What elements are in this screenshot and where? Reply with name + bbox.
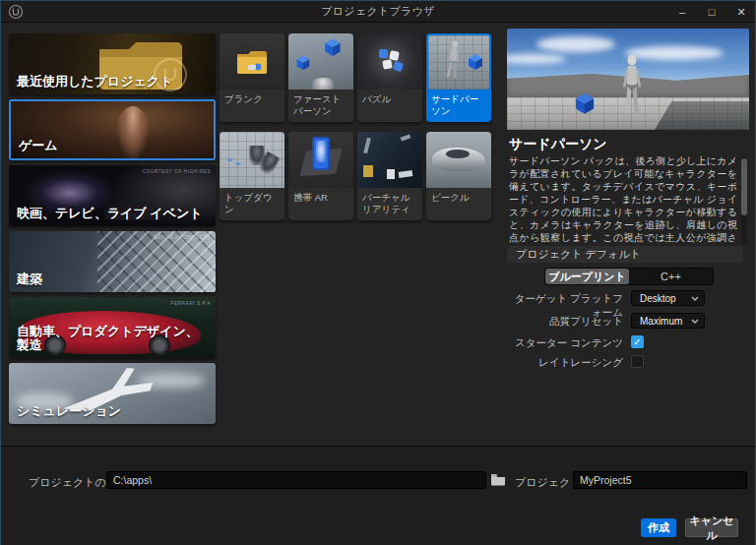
template-label: ファーストパーソン: [288, 90, 353, 116]
panel-shape: [401, 134, 411, 141]
handheld-ar-thumbnail: [288, 132, 353, 188]
description-scrollbar[interactable]: [741, 156, 747, 243]
sidebar-item-simulation[interactable]: シミュレーション: [9, 363, 216, 424]
starter-content-label: スターター コンテンツ: [507, 336, 623, 350]
starter-content-checkbox[interactable]: ✓: [631, 335, 644, 348]
raytracing-row: レイトレーシング: [507, 354, 749, 371]
chevron-down-icon: [691, 319, 699, 324]
controller-shape: [399, 170, 413, 178]
sidebar-item-recent-projects[interactable]: 最近使用したプロジェクト: [9, 33, 216, 94]
template-label: ブランク: [220, 90, 284, 105]
close-icon[interactable]: ✕: [733, 4, 749, 20]
template-label: 携帯 AR: [288, 188, 353, 204]
implementation-toggle: ブループリント C++: [544, 268, 714, 285]
project-defaults-header: プロジェクト デフォルト: [507, 246, 743, 263]
quality-preset-row: 品質プリセット Maximum: [507, 313, 749, 330]
maximize-icon[interactable]: □: [704, 4, 720, 20]
blue-phone-shape: [312, 137, 330, 170]
blue-cube-shape: [572, 90, 598, 115]
project-browser-window: プロジェクトブラウザ – □ ✕ 最近使用したプロジェクト ゲーム: [0, 0, 756, 545]
chevron-down-icon: [691, 296, 699, 301]
dropdown-value: Desktop: [640, 293, 691, 304]
template-title: サードパーソン: [509, 136, 607, 153]
template-label: ビークル: [426, 188, 491, 204]
sidebar-item-architecture[interactable]: SAFDIE ARCHITECTS 建築: [9, 231, 216, 292]
puzzle-piece-shape: [382, 59, 392, 69]
template-preview-image: [507, 29, 749, 130]
gun-shape: [312, 78, 334, 90]
footer: プロジェクトの場所 プロジェクト名 作成 キャンセル: [1, 447, 755, 545]
blue-cube-shape: [294, 53, 312, 71]
image-credit: SAFDIE ARCHITECTS: [154, 234, 211, 240]
template-description: サードパーソン パックは、後ろ側と少し上にカメラが配置されているプレイ可能なキャ…: [509, 154, 737, 244]
title-bar: プロジェクトブラウザ – □ ✕: [1, 1, 755, 23]
blue-cube-shape: [466, 51, 485, 71]
crate-shape: [363, 165, 373, 177]
target-platform-row: ターゲット プラットフォーム Desktop: [507, 290, 749, 307]
sidebar-item-label: 最近使用したプロジェクト: [17, 75, 178, 90]
window-title: プロジェクトブラウザ: [1, 4, 755, 19]
terraced-building-shape: [97, 231, 216, 292]
template-third-person[interactable]: サードパーソン: [426, 33, 491, 122]
windshield-shape: [446, 150, 470, 158]
top-down-thumbnail: ⌄ ⌄: [220, 132, 284, 188]
template-label: バーチャルリアリティ: [357, 188, 422, 214]
puzzle-piece-shape: [393, 61, 405, 73]
details-panel: サードパーソン サードパーソン パックは、後ろ側と少し上にカメラが配置されている…: [507, 23, 749, 446]
blueprint-toggle-button[interactable]: ブループリント: [545, 269, 629, 284]
raytracing-label: レイトレーシング: [507, 356, 623, 370]
sidebar-item-film-tv[interactable]: COURTESY OF HIGH RES 映画、テレビ、ライブ イベント: [9, 165, 216, 226]
image-credit: COURTESY OF HIGH RES: [143, 168, 212, 174]
template-virtual-reality[interactable]: バーチャルリアリティ: [357, 132, 422, 220]
blank-thumbnail: [220, 33, 284, 90]
sidebar-item-label: ゲーム: [19, 139, 64, 153]
cancel-button[interactable]: キャンセル: [685, 518, 738, 537]
template-handheld-ar[interactable]: 携帯 AR: [288, 132, 353, 220]
browse-folder-button[interactable]: [490, 473, 506, 487]
mannequin-figure: [617, 52, 647, 127]
sidebar-item-label: 映画、テレビ、ライブ イベント: [17, 207, 209, 221]
virtual-reality-thumbnail: [357, 132, 422, 188]
blue-cube-shape: [322, 35, 344, 57]
game-character-figure: [116, 106, 150, 159]
sidebar-item-label: 建築: [17, 272, 48, 287]
template-blank[interactable]: ブランク: [220, 33, 284, 122]
third-person-thumbnail: [428, 35, 489, 90]
target-platform-dropdown[interactable]: Desktop: [631, 290, 705, 306]
image-credit: FERRARI S.P.A: [170, 300, 211, 306]
raytracing-checkbox[interactable]: [631, 355, 644, 368]
starter-content-row: スターター コンテンツ ✓: [507, 334, 749, 351]
cloud-shape: [507, 54, 566, 64]
puzzle-thumbnail: [357, 33, 422, 90]
sidebar-item-automotive[interactable]: FERRARI S.P.A 自動車、プロダクトデザイン、製造: [9, 297, 216, 358]
quality-preset-label: 品質プリセット: [507, 315, 623, 329]
template-puzzle[interactable]: パズル: [357, 33, 422, 122]
puzzle-piece-shape: [379, 49, 388, 58]
sidebar-item-label: シミュレーション: [17, 404, 127, 419]
check-icon: ✓: [633, 336, 641, 347]
create-button[interactable]: 作成: [641, 518, 676, 537]
unreal-engine-logo-icon: [8, 4, 24, 20]
quality-preset-dropdown[interactable]: Maximum: [631, 313, 705, 329]
yellow-folder-icon: [235, 48, 269, 76]
panel-shape: [363, 138, 371, 153]
window-controls: – □ ✕: [674, 1, 749, 23]
scrollbar-thumb[interactable]: [741, 158, 747, 215]
project-name-input[interactable]: [573, 471, 747, 489]
minimize-icon[interactable]: –: [674, 4, 690, 20]
template-vehicle[interactable]: ビークル: [426, 132, 491, 220]
blue-arrow-shape: ⌄: [233, 155, 242, 168]
template-first-person[interactable]: ファーストパーソン: [288, 33, 353, 122]
vehicle-thumbnail: [426, 132, 491, 188]
first-person-thumbnail: [288, 33, 353, 90]
dropdown-value: Maximum: [640, 316, 691, 327]
template-top-down[interactable]: ⌄ ⌄ トップダウン: [220, 132, 284, 220]
folder-icon: [490, 473, 506, 486]
sidebar-item-label: 自動車、プロダクトデザイン、製造: [17, 325, 216, 353]
sidebar-item-games[interactable]: ゲーム: [9, 99, 216, 160]
cpp-toggle-button[interactable]: C++: [629, 269, 713, 284]
template-label: トップダウン: [220, 188, 284, 214]
cloud-shape: [536, 36, 615, 52]
project-location-input[interactable]: [106, 471, 486, 489]
template-label: パズル: [357, 90, 422, 105]
